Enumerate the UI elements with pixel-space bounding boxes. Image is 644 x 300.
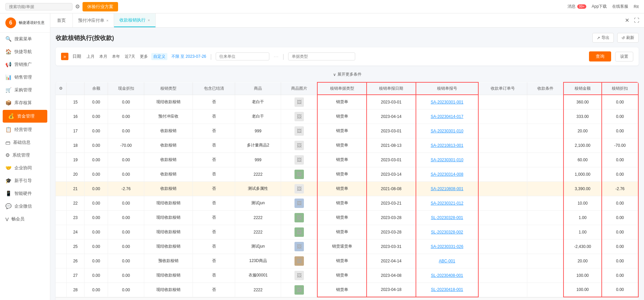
td-cancel-amount: 20.00 <box>564 254 601 268</box>
td-cash-discount: 0.00 <box>108 109 144 124</box>
td-include-settled: 否 <box>193 196 235 210</box>
cancel-bill-no-link[interactable]: SL-20230328-002 <box>431 230 463 234</box>
td-cancel-bill-type: 销货单 <box>317 225 367 239</box>
td-cancel-discount: -2.76 <box>602 181 638 196</box>
td-receipt-condition <box>527 254 564 268</box>
date-link-this-year[interactable]: 本年 <box>111 53 121 60</box>
td-cancel-discount: 0.00 <box>602 268 638 283</box>
td-balance: 0.00 <box>85 210 108 225</box>
right-actions: 消息 99+ App下载 在线客服 Rit <box>568 4 639 9</box>
cancel-bill-no-link[interactable]: ABC-001 <box>439 259 455 263</box>
td-cancel-discount: 0.00 <box>602 95 638 109</box>
messages-link[interactable]: 消息 99+ <box>568 4 586 9</box>
td-cancel-bill-no: SA-20230414-017 <box>416 109 478 124</box>
th-product: 商品 <box>235 82 281 95</box>
cancel-bill-no-link[interactable]: SA-20230331-026 <box>431 244 463 249</box>
filter-expand-button[interactable]: » <box>61 53 68 60</box>
bill-type-select[interactable] <box>288 52 355 60</box>
th-include-settled: 包含已结清 <box>193 82 235 95</box>
query-button[interactable]: 查询 <box>589 51 611 61</box>
td-cancel-type: 收款核销 <box>144 167 193 181</box>
sidebar-item-search[interactable]: 🔍搜索菜单 <box>0 33 50 45</box>
sidebar-logo: 6 畅捷通谐好生意 <box>0 13 50 33</box>
cancel-bill-no-link[interactable]: SA-20230314-008 <box>431 172 463 177</box>
settings-button[interactable]: 设置 <box>615 52 633 61</box>
sidebar-item-purchase[interactable]: 🛒采购管理 <box>0 84 50 96</box>
tab-prepay-close[interactable]: × <box>106 18 108 23</box>
td-cancel-bill-type: 销货单 <box>317 95 367 109</box>
sidebar-item-member[interactable]: V畅会员 <box>0 213 50 225</box>
date-link-this-month[interactable]: 本月 <box>98 53 109 60</box>
sales-icon: 📊 <box>5 74 12 80</box>
sidebar-item-system[interactable]: ⚙系统管理 <box>0 149 50 162</box>
cancel-bill-no-link[interactable]: SA-20230321-012 <box>431 201 463 206</box>
search-input[interactable] <box>5 3 72 10</box>
maximize-icon[interactable]: ⛶ <box>633 16 641 25</box>
cancel-bill-no-link[interactable]: SA-20230301-010 <box>431 158 463 162</box>
sidebar-item-finance[interactable]: 💰资金管理 <box>3 110 47 123</box>
th-product-image: 商品图片 <box>281 82 317 95</box>
sidebar-item-basic_info[interactable]: 🗃基础信息 <box>0 136 50 149</box>
td-cancel-type: 预收款核销 <box>144 254 193 268</box>
cancel-bill-no-link[interactable]: SL-20230328-001 <box>431 215 463 220</box>
sidebar-item-marketing[interactable]: 📢营销推广 <box>0 58 50 71</box>
content-area: 首页 预付冲应付单 × 收款核销执行 × ✕ ⛶ 收款核销执行(按收款) ↗ <box>50 13 644 300</box>
sidebar-item-hardware[interactable]: 📱智能硬件 <box>0 187 50 200</box>
sidebar-item-collab[interactable]: 🤝企业协同 <box>0 162 50 174</box>
sidebar-item-sales[interactable]: 📊销售管理 <box>0 71 50 84</box>
td-cancel-bill-date: 2023-03-01 <box>367 95 416 109</box>
sidebar-item-operation[interactable]: 📋经营管理 <box>0 123 50 136</box>
collab-icon: 🤝 <box>5 165 12 171</box>
td-cash-discount: -2.76 <box>108 181 144 196</box>
td-receipt-order-no <box>478 95 527 109</box>
gear-icon[interactable]: ⚙ <box>75 3 80 10</box>
app-download-link[interactable]: App下载 <box>592 4 607 9</box>
tab-receipt[interactable]: 收款核销执行 × <box>114 13 155 27</box>
cancel-bill-no-link[interactable]: SL-20230408-001 <box>431 273 463 278</box>
td-cancel-discount: -70.00 <box>602 138 638 153</box>
tab-home[interactable]: 首页 <box>50 13 73 27</box>
td-include-settled: 否 <box>193 124 235 138</box>
sidebar-item-guide[interactable]: 🎓新手引导 <box>0 174 50 187</box>
cancel-bill-no-link[interactable]: SA-20230301-010 <box>431 129 463 133</box>
cancel-bill-no-link[interactable]: SL-20230418-001 <box>431 287 463 292</box>
tab-prepay[interactable]: 预付冲应付单 × <box>73 13 114 27</box>
cancel-bill-no-link[interactable]: SA-20230301-001 <box>431 100 463 104</box>
td-cancel-type: 收款核销 <box>144 138 193 153</box>
table-row: 27 0.00 0.00 现结收款核销 否 衣服00001 🖼 销货单 2023… <box>56 268 638 283</box>
th-receipt-order-no: 收款单订单号 <box>478 82 527 95</box>
refresh-button[interactable]: ↺ 刷新 <box>617 33 639 43</box>
date-link-custom[interactable]: 自定义 <box>151 53 167 60</box>
cancel-bill-no-link[interactable]: SA-20210813-001 <box>431 143 463 148</box>
online-service-link[interactable]: 在线客服 <box>612 4 628 9</box>
sidebar-item-wechat[interactable]: 💬企业微信 <box>0 200 50 213</box>
tab-receipt-close[interactable]: × <box>148 18 150 22</box>
td-product: 测试jun <box>235 239 281 254</box>
date-link-more[interactable]: 更多 <box>139 53 149 60</box>
close-window-icon[interactable]: ✕ <box>624 16 631 25</box>
td-product-image: 🖼 <box>281 109 317 124</box>
counterparty-input[interactable] <box>216 52 269 60</box>
date-link-7days[interactable]: 近7天 <box>123 53 137 60</box>
user-name[interactable]: Rit <box>634 4 639 9</box>
td-product: 老白干 <box>235 95 281 109</box>
table-scroll[interactable]: ⚙ 余额 现金折扣 核销类型 包含已结清 商品 商品图片 核销单据类型 核销单报… <box>56 82 639 297</box>
expand-more-btn[interactable]: ∨ 展开更多条件 <box>333 70 362 79</box>
finance-icon: 💰 <box>8 113 14 119</box>
date-link-last-month[interactable]: 上月 <box>85 53 96 60</box>
cancel-bill-no-link[interactable]: SA-20210808-001 <box>431 186 463 191</box>
table-header-row: ⚙ 余额 现金折扣 核销类型 包含已结清 商品 商品图片 核销单据类型 核销单报… <box>56 82 638 95</box>
th-receipt-condition: 收款条件 <box>527 82 564 95</box>
td-cash-discount: 0.00 <box>108 124 144 138</box>
td-cancel-type: 现结收款核销 <box>144 196 193 210</box>
td-settings <box>56 196 66 210</box>
td-product-image: 🖼 <box>281 254 317 268</box>
td-product-image: 🖼 <box>281 138 317 153</box>
export-button[interactable]: ↗ 导出 <box>592 33 614 43</box>
sidebar-item-quick_nav[interactable]: 🏠快捷导航 <box>0 45 50 58</box>
td-settings <box>56 254 66 268</box>
sidebar-item-inventory[interactable]: 📦库存核算 <box>0 96 50 109</box>
cancel-bill-no-link[interactable]: SA-20230414-017 <box>431 114 463 119</box>
td-cancel-bill-type: 销货单 <box>317 268 367 283</box>
industry-button[interactable]: 休验行业方案 <box>83 2 118 11</box>
